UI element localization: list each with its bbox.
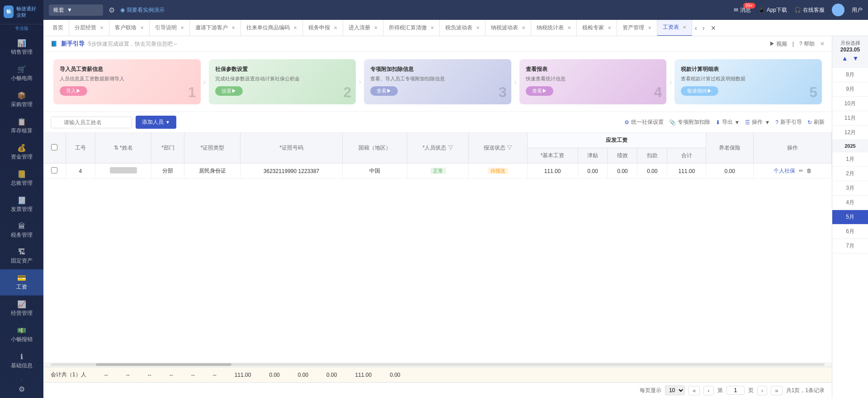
tab-税负波动表[interactable]: 税负波动表✕ [440, 20, 486, 36]
personal-tax-link[interactable]: 个人社保 [774, 168, 795, 174]
select-all-checkbox[interactable] [51, 144, 57, 150]
tab-首页[interactable]: 首页 [47, 20, 69, 36]
month-item-5月[interactable]: 5月 [832, 210, 868, 225]
month-item-2月[interactable]: 2月 [832, 167, 868, 181]
tab-进入清册[interactable]: 进入清册✕ [343, 20, 383, 36]
tab-next-button[interactable]: › [700, 20, 708, 36]
username-label[interactable]: 用户 [852, 6, 863, 14]
tab-close-icon[interactable]: ✕ [293, 25, 297, 30]
tab-close-icon[interactable]: ✕ [100, 25, 104, 30]
tab-close-icon[interactable]: ✕ [374, 25, 377, 30]
sidebar-item-税务管理[interactable]: 🏛税务管理 [0, 218, 43, 243]
edit-icon[interactable]: ✏ [799, 168, 803, 174]
guide-button[interactable]: ? 新手引导 [775, 118, 802, 126]
month-item-11月[interactable]: 11月 [832, 111, 868, 126]
tab-close-all-button[interactable]: ✕ [707, 20, 720, 36]
month-item-4月[interactable]: 4月 [832, 196, 868, 210]
step-btn-1[interactable]: 设置▶ [215, 86, 243, 96]
sidebar-item-销售管理[interactable]: 📊销售管理 [0, 34, 43, 61]
tab-close-icon[interactable]: ✕ [430, 25, 434, 30]
settings-gear-icon[interactable]: ⚙ [108, 6, 115, 14]
tab-close-icon[interactable]: ✕ [683, 25, 686, 30]
settings-icon[interactable]: ⚙ [0, 380, 43, 398]
sidebar-item-总账管理[interactable]: 📒总账管理 [0, 165, 43, 192]
sidebar-item-小畅报销[interactable]: 💵小畅报销 [0, 322, 43, 348]
month-item-12月[interactable]: 12月 [832, 126, 868, 140]
sidebar-item-发票管理[interactable]: 🧾发票管理 [0, 192, 43, 218]
demo-link[interactable]: ◉ 我要看实例演示 [120, 6, 165, 14]
tab-close-icon[interactable]: ✕ [140, 25, 144, 30]
sidebar-item-小畅电商[interactable]: 🛒小畅电商 [0, 61, 43, 87]
month-item-10月[interactable]: 10月 [832, 97, 868, 111]
month-item-6月[interactable]: 6月 [832, 225, 868, 239]
tab-纳税波动表[interactable]: 纳税波动表✕ [486, 20, 531, 36]
tab-往来单位商品编码[interactable]: 往来单位商品编码✕ [241, 20, 303, 36]
step-btn-2[interactable]: 查看▶ [370, 86, 398, 96]
step-btn-4[interactable]: 敬请期待▶ [681, 86, 718, 96]
first-page-button[interactable]: « [689, 386, 700, 395]
tab-close-icon[interactable]: ✕ [476, 25, 480, 30]
export-button[interactable]: ⬇ 导出 ▼ [716, 118, 740, 126]
month-item-7月[interactable]: 7月 [832, 239, 868, 253]
month-prev-icon[interactable]: ▲ [842, 55, 848, 62]
filter2-icon[interactable]: ▽ [507, 145, 512, 151]
tab-close-icon[interactable]: ✕ [522, 25, 525, 30]
delete-icon[interactable]: 🗑 [807, 168, 812, 174]
tab-客户联络[interactable]: 客户联络✕ [109, 20, 150, 36]
month-next-icon[interactable]: ▼ [853, 55, 859, 62]
online-service-button[interactable]: 🎧 在线客服 [794, 6, 825, 14]
guide-help-link[interactable]: ? 帮助 [799, 40, 815, 48]
sidebar-item-固定资产[interactable]: 🏗固定资产 [0, 243, 43, 269]
tab-税务申报[interactable]: 税务申报✕ [303, 20, 343, 36]
sidebar-item-工资[interactable]: 💳工资 [0, 269, 43, 295]
step-btn-0[interactable]: 导入▶ [60, 86, 87, 96]
operations-button[interactable]: ☰ 操作 ▼ [745, 118, 770, 126]
search-input[interactable] [51, 117, 132, 128]
tab-prev-button[interactable]: ‹ [692, 20, 700, 36]
tab-close-icon[interactable]: ✕ [608, 25, 611, 30]
page-input[interactable] [726, 386, 745, 395]
sidebar-item-资金管理[interactable]: 💰资金管理 [0, 139, 43, 165]
month-item-8月[interactable]: 8月 [832, 68, 868, 82]
sidebar-item-基础信息[interactable]: ℹ基础信息 [0, 348, 43, 374]
tab-资产管理[interactable]: 资产管理✕ [617, 20, 657, 36]
sidebar-item-库存核算[interactable]: 📋库存核算 [0, 113, 43, 139]
last-page-button[interactable]: » [771, 386, 782, 395]
next-page-button[interactable]: › [757, 386, 767, 395]
guide-close-button[interactable]: ✕ [820, 41, 825, 47]
scroll-thumb[interactable] [96, 363, 231, 366]
tab-所得税汇算清缴[interactable]: 所得税汇算清缴✕ [383, 20, 440, 36]
month-item-1月[interactable]: 1月 [832, 152, 868, 167]
month-item-3月[interactable]: 3月 [832, 181, 868, 196]
tab-close-icon[interactable]: ✕ [231, 25, 235, 30]
month-item-9月[interactable]: 9月 [832, 82, 868, 97]
tab-税检专家[interactable]: 税检专家✕ [577, 20, 617, 36]
tab-close-icon[interactable]: ✕ [648, 25, 651, 30]
avatar[interactable] [832, 4, 844, 16]
tab-纳税统计表[interactable]: 纳税统计表✕ [531, 20, 577, 36]
account-dropdown[interactable]: 账套 ▼ [49, 5, 103, 16]
sidebar-item-系统管理[interactable]: ⚙系统管理 [0, 374, 43, 380]
guide-video-link[interactable]: ▶ 视频 [769, 40, 787, 48]
tab-close-icon[interactable]: ✕ [334, 25, 337, 30]
unified-settings-button[interactable]: ⚙ 统一社保设置 [624, 118, 664, 126]
sidebar-item-经营管理[interactable]: 📈经营管理 [0, 295, 43, 322]
refresh-button[interactable]: ↻ 刷新 [807, 118, 825, 126]
horizontal-scrollbar[interactable] [43, 362, 832, 367]
add-person-button[interactable]: 添加人员 ▼ [136, 116, 176, 129]
tab-引导说明[interactable]: 引导说明✕ [150, 20, 190, 36]
tab-邀请下游客户[interactable]: 邀请下游客户✕ [190, 20, 241, 36]
page-size-select[interactable]: 10 20 50 [665, 385, 685, 395]
filter-icon[interactable]: ▽ [448, 145, 453, 151]
step-btn-3[interactable]: 查看▶ [526, 86, 553, 96]
tab-close-icon[interactable]: ✕ [180, 25, 184, 30]
prev-page-button[interactable]: ‹ [703, 386, 713, 395]
app-download-button[interactable]: 📱 App下载 [758, 6, 787, 14]
message-button[interactable]: ✉ 消息 99+ [734, 6, 751, 14]
tab-工资表[interactable]: 工资表✕ [657, 20, 692, 36]
special-deduction-button[interactable]: 📎 专项附加扣除 [669, 118, 710, 126]
tab-分层经营[interactable]: 分层经营✕ [69, 20, 109, 36]
sidebar-item-采购管理[interactable]: 📦采购管理 [0, 87, 43, 113]
row-checkbox-0[interactable] [51, 167, 57, 173]
tab-close-icon[interactable]: ✕ [567, 25, 571, 30]
